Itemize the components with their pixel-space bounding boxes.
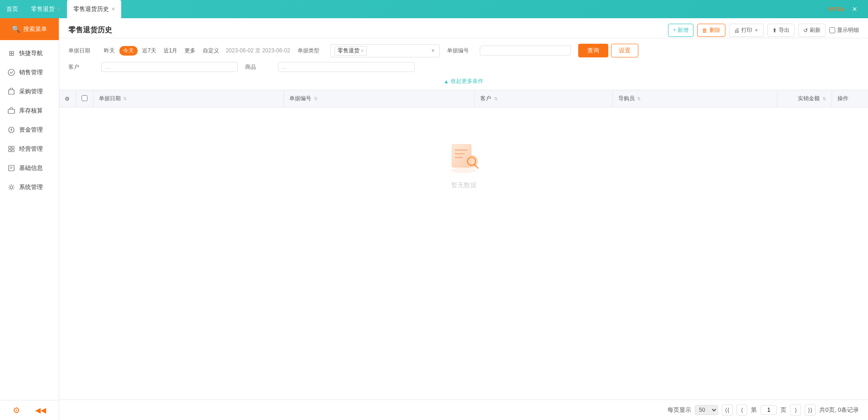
action-btns: 查询 设置 bbox=[578, 44, 638, 57]
table-body: 暂无数据 bbox=[59, 108, 868, 217]
per-page-label: 每页显示 bbox=[668, 406, 691, 414]
prev-page-btn[interactable]: ⟨ bbox=[736, 405, 747, 415]
filter-area: 单据日期 昨天 今天 近7天 近1月 更多 自定义 2023-06-02 至 2… bbox=[59, 38, 868, 90]
search-icon: 🔍 bbox=[12, 25, 21, 33]
tab-home[interactable]: 零售退货历史 首页 bbox=[0, 0, 25, 18]
date-sort-icon[interactable]: ⇅ bbox=[123, 96, 127, 101]
guide-sort-icon[interactable]: ⇅ bbox=[637, 96, 641, 101]
inventory-icon bbox=[7, 107, 15, 115]
date-btn-today[interactable]: 今天 bbox=[119, 46, 138, 56]
goods-filter-label: 商品 bbox=[245, 63, 271, 71]
column-settings-icon[interactable]: ⚙ bbox=[65, 96, 70, 102]
date-filter-label: 单据日期 bbox=[68, 47, 94, 55]
number-sort-icon[interactable]: ⇅ bbox=[314, 96, 318, 101]
number-filter-input[interactable] bbox=[480, 46, 571, 56]
tab-return-close[interactable]: × bbox=[57, 6, 61, 12]
svg-rect-8 bbox=[9, 165, 14, 171]
top-bar-right: OfTEn × bbox=[827, 5, 868, 14]
svg-point-0 bbox=[8, 69, 15, 76]
amount-sort-icon[interactable]: ⇅ bbox=[822, 96, 826, 101]
sidebar-item-sales-mgmt[interactable]: 销售管理 bbox=[0, 63, 59, 82]
first-page-btn[interactable]: ⟨⟨ bbox=[722, 405, 733, 415]
sidebar-search-label: 搜索菜单 bbox=[23, 25, 47, 33]
filter-row-1: 单据日期 昨天 今天 近7天 近1月 更多 自定义 2023-06-02 至 2… bbox=[68, 44, 859, 57]
table-area: ⚙ 单据日期 ⇅ 单据编号 ⇅ bbox=[59, 90, 868, 400]
content-area: 零售退货历史 + 新增 🗑 🗑 删除 删除 🖨 打印 ▼ ⬆ 导出 bbox=[59, 18, 868, 420]
date-btn-custom[interactable]: 自定义 bbox=[200, 46, 222, 56]
th-settings: ⚙ bbox=[59, 90, 76, 108]
sidebar-item-label: 资金管理 bbox=[19, 126, 43, 134]
basic-info-icon bbox=[7, 164, 15, 172]
th-date: 单据日期 ⇅ bbox=[93, 90, 284, 108]
type-tag-close[interactable]: × bbox=[361, 48, 364, 53]
volume-icon[interactable]: ◀◀ bbox=[35, 406, 46, 415]
date-btn-1month[interactable]: 近1月 bbox=[161, 46, 180, 56]
date-filter-btns: 昨天 今天 近7天 近1月 更多 自定义 2023-06-02 至 2023-0… bbox=[101, 46, 290, 56]
svg-rect-14 bbox=[455, 153, 465, 154]
svg-rect-15 bbox=[455, 157, 463, 158]
export-icon: ⬆ bbox=[772, 27, 777, 34]
collapse-btn[interactable]: ▲ 收起更多条件 bbox=[439, 77, 488, 86]
sidebar-item-finance[interactable]: 资金管理 bbox=[0, 120, 59, 139]
tab-return-history-close[interactable]: × bbox=[112, 6, 115, 12]
data-table: ⚙ 单据日期 ⇅ 单据编号 ⇅ bbox=[59, 90, 868, 217]
svg-point-10 bbox=[451, 168, 477, 173]
empty-illustration bbox=[443, 135, 484, 176]
sidebar-item-operations[interactable]: 经营管理 bbox=[0, 139, 59, 159]
sidebar-item-label: 快捷导航 bbox=[19, 49, 43, 57]
th-action: 操作 bbox=[832, 90, 868, 108]
show-detail-checkbox[interactable] bbox=[829, 27, 835, 33]
customer-filter-select[interactable]: ... bbox=[101, 62, 238, 72]
sidebar-item-inventory[interactable]: 库存核算 bbox=[0, 101, 59, 120]
empty-text: 暂无数据 bbox=[451, 181, 477, 190]
sales-icon bbox=[7, 68, 15, 77]
page-number-input[interactable] bbox=[760, 405, 777, 415]
sidebar: 🔍 搜索菜单 ⊞ 快捷导航 销售管理 采购管理 bbox=[0, 18, 59, 420]
new-button[interactable]: + 新增 bbox=[668, 24, 693, 37]
customer-sort-icon[interactable]: ⇅ bbox=[494, 96, 498, 101]
empty-row: 暂无数据 bbox=[59, 108, 868, 217]
svg-rect-5 bbox=[12, 146, 14, 149]
query-button[interactable]: 查询 bbox=[578, 44, 608, 57]
toolbar: + 新增 🗑 🗑 删除 删除 🖨 打印 ▼ ⬆ 导出 ↺ 刷 bbox=[668, 24, 859, 37]
top-bar: 零售退货历史 首页 零售退货 × 零售退货历史 × OfTEn × bbox=[0, 0, 868, 18]
window-close-btn[interactable]: × bbox=[848, 5, 861, 14]
sidebar-item-purchase-mgmt[interactable]: 采购管理 bbox=[0, 82, 59, 101]
date-btn-yesterday[interactable]: 昨天 bbox=[101, 46, 118, 56]
date-btn-7days[interactable]: 近7天 bbox=[139, 46, 159, 56]
sidebar-menu: ⊞ 快捷导航 销售管理 采购管理 库存核算 bbox=[0, 40, 59, 400]
export-button[interactable]: ⬆ 导出 bbox=[767, 24, 795, 37]
tab-return-history[interactable]: 零售退货历史 × bbox=[67, 0, 121, 18]
sidebar-item-label: 系统管理 bbox=[19, 183, 43, 191]
table-header: ⚙ 单据日期 ⇅ 单据编号 ⇅ bbox=[59, 90, 868, 108]
total-info: 共0页, 0条记录 bbox=[819, 406, 859, 414]
date-btn-more[interactable]: 更多 bbox=[182, 46, 198, 56]
select-all-checkbox[interactable] bbox=[82, 95, 87, 101]
print-dropdown-icon: ▼ bbox=[754, 28, 759, 33]
show-detail-checkbox-label[interactable]: 显示明细 bbox=[829, 26, 859, 34]
sidebar-item-basic-info[interactable]: 基础信息 bbox=[0, 159, 59, 178]
last-page-btn[interactable]: ⟩⟩ bbox=[805, 405, 816, 415]
svg-rect-2 bbox=[8, 109, 15, 113]
goods-filter-select[interactable]: ... bbox=[278, 62, 415, 72]
per-page-select[interactable]: 10 20 50 100 bbox=[695, 405, 718, 415]
type-filter-select[interactable]: 零售退货 × ▼ bbox=[330, 44, 440, 57]
th-guide: 导购员 ⇅ bbox=[612, 90, 777, 108]
collapse-icon: ▲ bbox=[444, 78, 449, 85]
main-layout: 🔍 搜索菜单 ⊞ 快捷导航 销售管理 采购管理 bbox=[0, 18, 868, 420]
print-button[interactable]: 🖨 打印 ▼ bbox=[729, 24, 764, 37]
filter-settings-button[interactable]: 设置 bbox=[611, 44, 638, 57]
purchase-icon bbox=[7, 87, 15, 96]
delete-button[interactable]: 🗑 🗑 删除 删除 bbox=[697, 24, 725, 37]
sidebar-item-quick-nav[interactable]: ⊞ 快捷导航 bbox=[0, 44, 59, 63]
customer-filter-placeholder: ... bbox=[105, 64, 110, 70]
next-page-btn[interactable]: ⟩ bbox=[790, 405, 801, 415]
refresh-button[interactable]: ↺ 刷新 bbox=[798, 24, 826, 37]
sidebar-search-btn[interactable]: 🔍 搜索菜单 bbox=[0, 18, 59, 40]
page-header: 零售退货历史 + 新增 🗑 🗑 删除 删除 🖨 打印 ▼ ⬆ 导出 bbox=[59, 18, 868, 38]
sidebar-item-system-mgmt[interactable]: 系统管理 bbox=[0, 178, 59, 197]
date-range-display: 2023-06-02 至 2023-06-02 bbox=[226, 47, 290, 55]
th-check bbox=[76, 90, 93, 108]
tab-return[interactable]: 零售退货 × bbox=[25, 0, 67, 18]
settings-icon[interactable]: ⚙ bbox=[13, 405, 20, 415]
